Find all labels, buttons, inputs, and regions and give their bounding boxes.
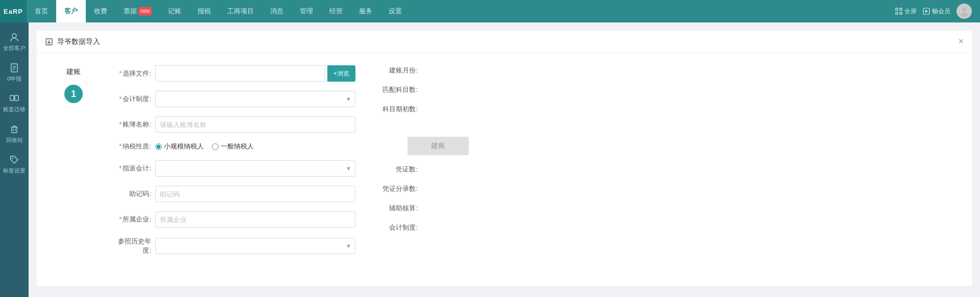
step-circle: 1 — [64, 85, 83, 103]
memo-label: 助记码: — [110, 189, 151, 199]
accountant-label: *指派会计: — [110, 164, 151, 173]
nav-item-settings[interactable]: 设置 — [380, 0, 410, 22]
panel-close-button[interactable]: × — [958, 37, 964, 46]
nav-item-fee[interactable]: 收费 — [86, 0, 115, 22]
svg-point-19 — [12, 158, 13, 159]
match-row: 匹配科目数: — [372, 85, 505, 95]
history-row: 参照历史年度: ▼ — [110, 237, 355, 255]
accounting-system-label: 会计制度: — [372, 223, 418, 232]
content-area: 导爷数据导入 × 建账 1 *选择文件: — [29, 22, 980, 297]
nav-right: 全屏 畅会员 — [895, 4, 980, 19]
trash-icon — [9, 123, 20, 135]
accounting-system-row: 会计制度: — [372, 222, 505, 233]
company-label: *所属企业: — [110, 215, 151, 224]
nav-item-invoice[interactable]: 票据 new — [115, 0, 160, 22]
month-row: 建账月份: — [372, 65, 505, 76]
transfer-icon — [9, 93, 20, 104]
sidebar-item-all-customers[interactable]: 全部客户 — [0, 27, 29, 57]
panel-body: 建账 1 *选择文件: +浏览 — [37, 53, 972, 277]
period-row: 科目期初数: — [372, 104, 505, 114]
logo[interactable]: EaRP — [0, 0, 27, 22]
svg-rect-15 — [12, 127, 17, 133]
aux-label: 辅助核算: — [372, 204, 418, 213]
file-input[interactable] — [155, 65, 325, 82]
svg-rect-0 — [896, 8, 898, 10]
tax-radio-group: 小规模纳税人 一般纳税人 — [155, 142, 254, 151]
tax-row: *纳税性质: 小规模纳税人 一般纳税人 — [110, 142, 355, 151]
history-label: 参照历史年度: — [110, 237, 151, 255]
info-section: 建账月份: 匹配科目数: 科目期初数: 建账 凭证数: — [372, 65, 505, 264]
sidebar-item-tag-settings[interactable]: 标签设置 — [0, 149, 29, 180]
panel-title: 导爷数据导入 — [57, 37, 100, 46]
accountant-select-wrapper: ▼ — [155, 160, 355, 177]
period-label: 科目期初数: — [372, 105, 418, 114]
nav-item-tax[interactable]: 报税 — [189, 0, 219, 22]
file-label: *选择文件: — [110, 69, 151, 78]
nav-item-home[interactable]: 首页 — [27, 0, 56, 22]
bookname-input[interactable] — [155, 116, 355, 133]
nav-item-manage[interactable]: 管理 — [292, 0, 321, 22]
accountant-select[interactable] — [155, 160, 355, 177]
match-value — [422, 85, 505, 95]
voucher-label: 凭证数: — [372, 165, 418, 174]
nav-item-business[interactable]: 工商项目 — [219, 0, 262, 22]
logo-text: EaRP — [4, 8, 23, 15]
voucher-entries-label: 凭证分录数: — [372, 184, 418, 193]
tax-label: *纳税性质: — [110, 142, 151, 151]
import-icon — [45, 38, 53, 46]
file-input-group: +浏览 — [155, 65, 355, 82]
browse-button[interactable]: +浏览 — [327, 65, 355, 82]
history-select[interactable] — [155, 238, 355, 254]
user-icon — [9, 32, 20, 43]
tax-option-small[interactable]: 小规模纳税人 — [155, 142, 204, 151]
top-nav: EaRP 首页 客户 收费 票据 new 记账 报税 工商项目 消息 管理 — [0, 0, 980, 22]
voucher-row: 凭证数: — [372, 164, 505, 175]
sidebar-item-transfer[interactable]: 账套迁移 — [0, 88, 29, 118]
svg-point-8 — [12, 34, 16, 38]
tag-icon — [9, 154, 20, 165]
step-section: 建账 1 — [53, 65, 94, 264]
accounting-select-wrapper: ▼ — [155, 91, 355, 107]
match-label: 匹配科目数: — [372, 85, 418, 94]
memo-input[interactable] — [155, 186, 355, 202]
play-icon — [923, 8, 930, 15]
accounting-system-value — [422, 222, 505, 233]
nav-item-bookkeeping[interactable]: 记账 — [160, 0, 189, 22]
voucher-value — [422, 164, 505, 175]
avatar-icon — [959, 6, 970, 17]
nav-badge-new: new — [138, 7, 152, 15]
main-layout: 全部客户 0申报 账套迁移 — [0, 22, 980, 297]
memo-row: 助记码: — [110, 186, 355, 202]
sidebar: 全部客户 0申报 账套迁移 — [0, 22, 29, 297]
bookname-label: *账簿名称: — [110, 120, 151, 129]
sidebar-item-recycle[interactable]: 回收站 — [0, 118, 29, 149]
company-row: *所属企业: — [110, 211, 355, 228]
nav-item-service[interactable]: 服务 — [351, 0, 380, 22]
company-input[interactable] — [155, 211, 355, 228]
fullscreen-button[interactable]: 全屏 — [895, 7, 917, 16]
bookname-row: *账簿名称: — [110, 116, 355, 133]
aux-row: 辅助核算: — [372, 203, 505, 213]
step-label: 建账 — [66, 67, 81, 77]
tax-option-general[interactable]: 一般纳税人 — [212, 142, 254, 151]
accounting-select[interactable] — [155, 91, 355, 107]
nav-item-message[interactable]: 消息 — [262, 0, 292, 22]
member-button[interactable]: 畅会员 — [923, 7, 950, 16]
svg-rect-3 — [900, 12, 902, 14]
nav-item-customer[interactable]: 客户 — [56, 0, 86, 22]
svg-rect-14 — [15, 95, 18, 101]
panel: 导爷数据导入 × 建账 1 *选择文件: — [37, 31, 972, 286]
svg-point-6 — [962, 8, 966, 12]
svg-rect-13 — [10, 95, 14, 101]
month-value — [422, 65, 505, 76]
svg-rect-2 — [896, 12, 898, 14]
history-select-wrapper: ▼ — [155, 238, 355, 254]
report-icon — [9, 62, 20, 73]
build-account-button[interactable]: 建账 — [408, 137, 469, 155]
svg-rect-1 — [900, 8, 902, 10]
aux-value — [422, 203, 505, 213]
nav-item-operation[interactable]: 经营 — [321, 0, 351, 22]
nav-items: 首页 客户 收费 票据 new 记账 报税 工商项目 消息 管理 经营 — [27, 0, 895, 22]
sidebar-item-zero-declaration[interactable]: 0申报 — [0, 57, 29, 88]
avatar[interactable] — [957, 4, 972, 19]
